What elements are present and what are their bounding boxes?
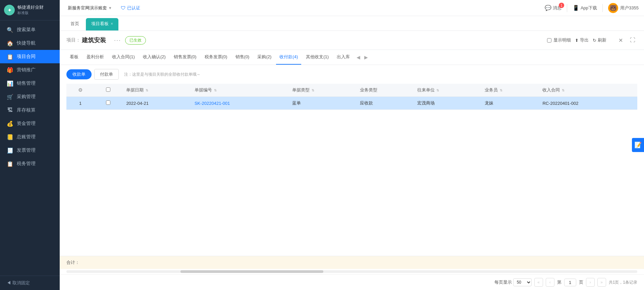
sub-tab-tax-invoice[interactable]: 税务发票(0) bbox=[201, 50, 231, 65]
row-checkbox[interactable] bbox=[94, 97, 122, 110]
sidebar-item-label: 搜索菜单 bbox=[17, 27, 36, 33]
sidebar-item-label: 项目合同 bbox=[17, 54, 36, 60]
sub-tab-purchase[interactable]: 采购(2) bbox=[254, 50, 275, 65]
sidebar-item-sales[interactable]: 📊 销售管理 bbox=[0, 77, 60, 90]
col-partner[interactable]: 往来单位 ⇅ bbox=[413, 84, 481, 97]
sub-tab-inventory[interactable]: 出入库 bbox=[333, 50, 353, 65]
floating-btn-icon: 📝 bbox=[634, 141, 642, 149]
next-page-button[interactable]: › bbox=[586, 278, 595, 287]
col-number[interactable]: 单据编号 ⇅ bbox=[191, 84, 288, 97]
total-info: 共1页，1条记录 bbox=[609, 280, 637, 285]
tab-close-icon[interactable]: × bbox=[111, 22, 113, 26]
hint-text: 注：这里是与项目关联的全部收付款单哦～ bbox=[124, 72, 201, 77]
scrollbar-track[interactable] bbox=[66, 270, 637, 273]
sub-tab-payment[interactable]: 收付款(4) bbox=[276, 50, 301, 65]
sales-icon: 📊 bbox=[7, 80, 13, 87]
main-area: 新服务官网演示账套 ▾ 🛡 已认证 💬 消息 1 📱 App下载 🐻 用 bbox=[60, 0, 644, 290]
sidebar-item-finance[interactable]: 💰 资金管理 bbox=[0, 117, 60, 130]
message-button[interactable]: 💬 消息 1 bbox=[545, 5, 561, 11]
show-detail-checkbox[interactable]: 显示明细 bbox=[547, 37, 571, 43]
sidebar-item-search[interactable]: 🔍 搜索菜单 bbox=[0, 23, 60, 37]
title-label: 项目： bbox=[66, 37, 80, 43]
row-select-checkbox[interactable] bbox=[106, 100, 110, 105]
sidebar-item-label: 快捷导航 bbox=[17, 40, 36, 46]
sidebar-item-label: 采购管理 bbox=[17, 94, 36, 100]
row-number-link[interactable]: SK-20220421-001 bbox=[195, 101, 230, 106]
sort-partner-icon: ⇅ bbox=[436, 88, 439, 92]
sidebar-item-inventory[interactable]: 🏗 库存核算 bbox=[0, 103, 60, 117]
page-input[interactable] bbox=[564, 279, 576, 286]
sub-tab-sales-invoice[interactable]: 销售发票(0) bbox=[170, 50, 200, 65]
last-page-button[interactable]: » bbox=[597, 278, 606, 287]
col-salesperson[interactable]: 业务员 ⇅ bbox=[481, 84, 538, 97]
scrollbar-thumb[interactable] bbox=[180, 270, 323, 273]
sidebar-item-invoice[interactable]: 🧾 发票管理 bbox=[0, 144, 60, 157]
sidebar-logo: ✦ 畅捷通好业财 标准版 bbox=[0, 0, 60, 20]
sidebar-item-label: 资金管理 bbox=[17, 121, 36, 127]
phone-icon: 📱 bbox=[573, 5, 579, 11]
first-page-button[interactable]: « bbox=[534, 278, 543, 287]
row-date: 2022-04-21 bbox=[122, 97, 191, 110]
col-checkbox[interactable] bbox=[94, 84, 122, 97]
message-icon: 💬 bbox=[545, 5, 551, 11]
divider2 bbox=[602, 4, 603, 12]
ledger-icon: 📒 bbox=[7, 134, 13, 140]
sub-tab-other-income[interactable]: 其他收支(1) bbox=[303, 50, 332, 65]
prev-tab-arrow[interactable]: ◀ bbox=[355, 55, 362, 60]
inventory-icon: 🏗 bbox=[7, 107, 13, 114]
scrollbar-row bbox=[60, 269, 644, 274]
select-all-checkbox[interactable] bbox=[106, 87, 110, 92]
col-type[interactable]: 单据类型 ⇅ bbox=[288, 84, 356, 97]
sidebar-item-purchase[interactable]: 🛒 采购管理 bbox=[0, 90, 60, 103]
row-number[interactable]: SK-20220421-001 bbox=[191, 97, 288, 110]
sidebar-item-project_contract[interactable]: 📋 项目合同 bbox=[0, 50, 60, 63]
sub-tab-income-contract[interactable]: 收入合同(1) bbox=[109, 50, 138, 65]
tab-project-board[interactable]: 项目看板 × bbox=[86, 18, 118, 30]
col-date[interactable]: 单据日期 ⇅ bbox=[122, 84, 191, 97]
next-tab-arrow[interactable]: ▶ bbox=[362, 55, 370, 60]
user-menu[interactable]: 🐻 用户3355 bbox=[608, 3, 639, 13]
certified-badge: 🛡 已认证 bbox=[121, 5, 140, 11]
sidebar-item-label: 库存核算 bbox=[17, 107, 36, 113]
col-biz-type: 业务类型 bbox=[356, 84, 413, 97]
refresh-icon: ↻ bbox=[593, 38, 596, 43]
tax-icon: 📋 bbox=[7, 160, 13, 167]
sidebar-item-marketing[interactable]: 🎁 营销推广 bbox=[0, 63, 60, 77]
tab-home[interactable]: 首页 bbox=[65, 18, 85, 30]
sub-tab-sales[interactable]: 销售(0) bbox=[232, 50, 253, 65]
sidebar-item-ledger[interactable]: 📒 总账管理 bbox=[0, 130, 60, 144]
col-income-contract[interactable]: 收入合同 ⇅ bbox=[538, 84, 637, 97]
sidebar-item-label: 营销推广 bbox=[17, 67, 36, 73]
floating-action-button[interactable]: 📝 bbox=[632, 138, 644, 152]
export-button[interactable]: ⬆ 导出 bbox=[575, 37, 589, 43]
total-label: 合计： bbox=[66, 260, 79, 265]
finance-icon: 💰 bbox=[7, 120, 13, 127]
sub-tab-kanban[interactable]: 看板 bbox=[66, 50, 82, 65]
sub-tab-profit[interactable]: 盈利分析 bbox=[83, 50, 107, 65]
more-button[interactable]: ··· bbox=[114, 37, 121, 44]
maximize-button[interactable]: ⛶ bbox=[628, 35, 637, 45]
app-download-button[interactable]: 📱 App下载 bbox=[573, 5, 597, 11]
quick_nav-icon: 🏠 bbox=[7, 40, 13, 47]
purchase-icon: 🛒 bbox=[7, 93, 13, 100]
unpin-button[interactable]: ◀ 取消固定 bbox=[0, 276, 60, 290]
table-row[interactable]: 1 2022-04-21 SK-20220421-001 蓝单 应收款 宏茂商场… bbox=[66, 97, 637, 110]
col-settings[interactable]: ⚙ bbox=[66, 84, 94, 97]
sidebar-item-quick_nav[interactable]: 🏠 快捷导航 bbox=[0, 37, 60, 50]
page-content: 项目： 建筑安装 ··· 已生效 显示明细 ⬆ 导出 ↻ 刷新 ✕ bbox=[60, 31, 644, 290]
settings-icon[interactable]: ⚙ bbox=[78, 87, 83, 93]
per-page-select[interactable]: 50 100 200 bbox=[513, 278, 532, 286]
sort-date-icon: ⇅ bbox=[146, 88, 148, 92]
refresh-button[interactable]: ↻ 刷新 bbox=[593, 37, 606, 43]
receipt-button[interactable]: 收款单 bbox=[66, 69, 92, 79]
table-header-row: ⚙ 单据日期 ⇅ 单据编号 ⇅ bbox=[66, 84, 637, 97]
close-button[interactable]: ✕ bbox=[616, 35, 625, 45]
project-selector[interactable]: 新服务官网演示账套 ▾ bbox=[65, 4, 114, 12]
payment-button[interactable]: 付款单 bbox=[94, 69, 119, 80]
sidebar-item-tax[interactable]: 📋 税务管理 bbox=[0, 157, 60, 170]
sub-tab-income-confirm[interactable]: 收入确认(2) bbox=[140, 50, 169, 65]
show-detail-input[interactable] bbox=[547, 38, 551, 43]
prev-page-button[interactable]: ‹ bbox=[546, 278, 554, 287]
page-size-selector: 每页显示 50 100 200 bbox=[494, 278, 532, 286]
per-page-label: 每页显示 bbox=[494, 279, 512, 285]
